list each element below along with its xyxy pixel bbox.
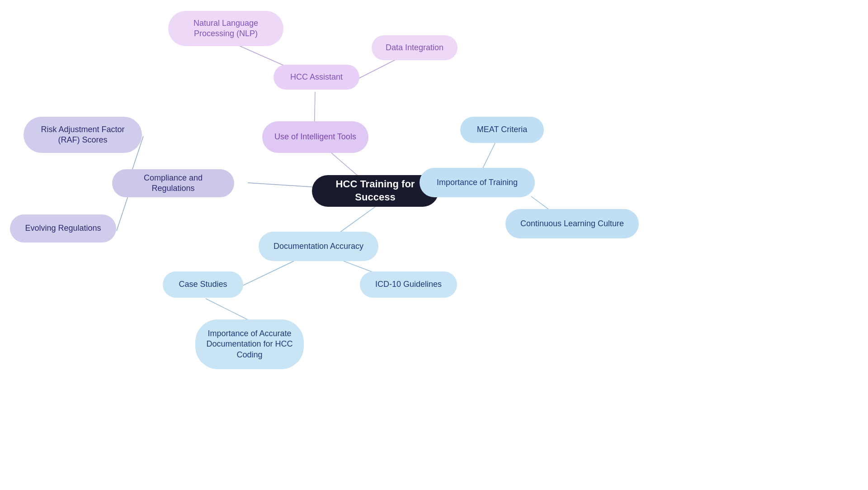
meat-criteria-node: MEAT Criteria bbox=[460, 117, 544, 143]
evolving-regulations-node: Evolving Regulations bbox=[10, 214, 116, 243]
icd10-node: ICD-10 Guidelines bbox=[360, 271, 457, 298]
compliance-node: Compliance and Regulations bbox=[112, 169, 234, 197]
hcc-assistant-node: HCC Assistant bbox=[274, 65, 359, 90]
connections-svg bbox=[0, 0, 868, 490]
documentation-accuracy-node: Documentation Accuracy bbox=[259, 232, 378, 261]
mind-map-container: HCC Training for Success Use of Intellig… bbox=[0, 0, 868, 490]
nlp-node: Natural Language Processing (NLP) bbox=[168, 11, 283, 46]
svg-line-13 bbox=[206, 299, 251, 321]
raf-scores-node: Risk Adjustment Factor (RAF) Scores bbox=[24, 117, 142, 153]
continuous-learning-node: Continuous Learning Culture bbox=[505, 209, 639, 238]
use-intelligent-tools-node: Use of Intelligent Tools bbox=[262, 121, 368, 153]
importance-training-node: Importance of Training bbox=[420, 168, 535, 197]
accurate-doc-node: Importance of Accurate Documentation for… bbox=[195, 319, 304, 369]
data-integration-node: Data Integration bbox=[372, 35, 458, 60]
svg-line-11 bbox=[242, 261, 294, 286]
case-studies-node: Case Studies bbox=[163, 271, 243, 298]
svg-line-6 bbox=[117, 196, 128, 231]
